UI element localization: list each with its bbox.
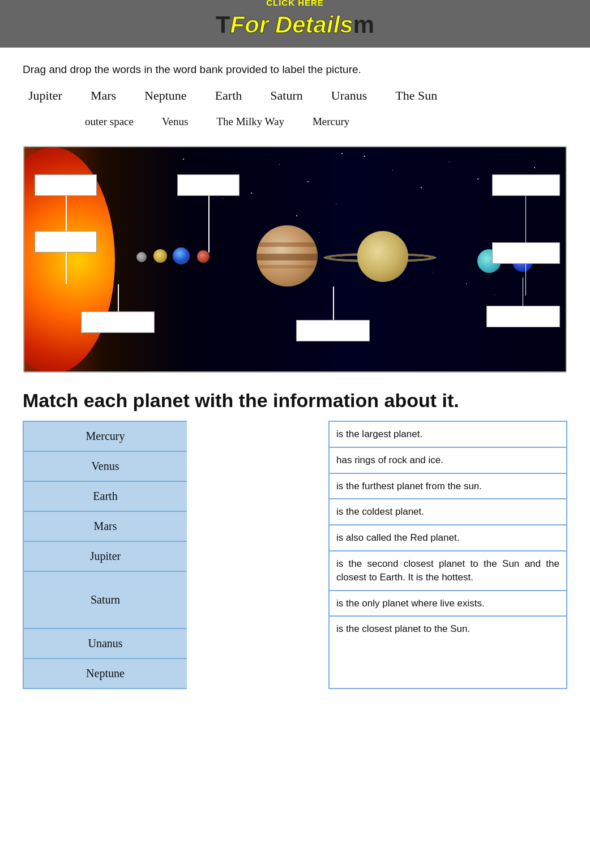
planet-cell-mercury[interactable]: Mercury: [24, 422, 187, 452]
venus-planet: [153, 249, 167, 263]
label-box-bottom-right[interactable]: [486, 306, 560, 327]
planet-cell-earth[interactable]: Earth: [24, 482, 187, 512]
line-bottom-right: [523, 277, 524, 306]
info-cell-5: is also called the Red planet.: [330, 525, 566, 551]
line-top-center: [208, 196, 210, 253]
earth-planet: [173, 247, 190, 264]
label-box-top-right-1[interactable]: [492, 174, 560, 196]
jupiter-planet: [256, 225, 318, 287]
info-cell-8: is the closest planet to the Sun.: [330, 617, 566, 642]
word-uranus[interactable]: Uranus: [331, 88, 367, 103]
info-cell-6: is the second closest planet to the Sun …: [330, 551, 566, 591]
label-box-top-right-2[interactable]: [492, 242, 560, 264]
saturn-planet: [340, 231, 391, 282]
mercury-planet: [136, 252, 147, 262]
label-box-jupiter[interactable]: [35, 174, 97, 196]
word-earth[interactable]: Earth: [215, 88, 242, 103]
info-cell-2: has rings of rock and ice.: [330, 448, 566, 474]
word-bank-row1: Jupiter Mars Neptune Earth Saturn Uranus…: [23, 88, 567, 109]
main-content: Drag and drop the words in the word bank…: [0, 48, 590, 706]
planet-cell-neptune[interactable]: Neptune: [24, 659, 187, 688]
line-top-right-2: [525, 264, 527, 296]
planet-cell-uranus[interactable]: Unanus: [24, 629, 187, 659]
header: CLICK HERE TFor Detailsm: [0, 0, 590, 48]
planet-cell-jupiter[interactable]: Jupiter: [24, 542, 187, 572]
planet-cell-venus[interactable]: Venus: [24, 452, 187, 482]
word-outer-space[interactable]: outer space: [85, 116, 134, 128]
spacer: [187, 421, 328, 689]
info-column: is the largest planet. has rings of rock…: [328, 421, 567, 689]
word-saturn[interactable]: Saturn: [270, 88, 302, 103]
word-venus[interactable]: Venus: [162, 116, 188, 128]
info-cell-1: is the largest planet.: [330, 422, 566, 448]
line-bottom-center: [333, 287, 334, 320]
info-cell-4: is the coldest planet.: [330, 499, 566, 525]
info-cell-3: is the furthest planet from the sun.: [330, 474, 566, 500]
planet-cell-mars[interactable]: Mars: [24, 512, 187, 542]
match-section-title: Match each planet with the information a…: [23, 390, 567, 412]
word-mars[interactable]: Mars: [91, 88, 116, 103]
label-box-bottom-left[interactable]: [81, 311, 155, 333]
word-the-sun[interactable]: The Sun: [395, 88, 437, 103]
planets-column: Mercury Venus Earth Mars Jupiter Saturn …: [23, 421, 187, 689]
word-mercury[interactable]: Mercury: [313, 116, 349, 128]
mars-planet: [197, 250, 210, 263]
match-container: Mercury Venus Earth Mars Jupiter Saturn …: [23, 421, 567, 689]
label-box-bottom-center[interactable]: [296, 320, 370, 341]
info-cell-7: is the only planet where live exists.: [330, 591, 566, 617]
word-bank-row2: outer space Venus The Milky Way Mercury: [23, 116, 567, 134]
solar-system-image: [23, 146, 567, 373]
word-jupiter[interactable]: Jupiter: [28, 88, 62, 103]
planet-cell-saturn[interactable]: Saturn: [24, 572, 187, 629]
line-bottom-left: [118, 284, 119, 311]
instructions-text: Drag and drop the words in the word bank…: [23, 63, 567, 76]
word-milky-way[interactable]: The Milky Way: [216, 116, 284, 128]
label-box-2[interactable]: [35, 231, 97, 253]
word-neptune[interactable]: Neptune: [144, 88, 187, 103]
line-2: [66, 253, 67, 284]
label-box-top-center[interactable]: [177, 174, 240, 196]
